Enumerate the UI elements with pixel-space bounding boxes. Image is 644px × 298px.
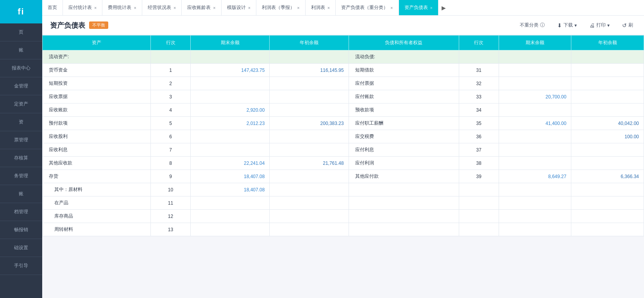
liability-end-balance[interactable]: 20,700.00: [499, 90, 571, 103]
tab-balance-sheet[interactable]: 资产负债表 ×: [399, 0, 438, 16]
tab-balance-reclassify[interactable]: 资产负债表（重分类） ×: [336, 0, 399, 16]
sidebar-item-ledger[interactable]: 账: [0, 185, 42, 203]
section-empty: [459, 50, 499, 64]
liability-row-num: [459, 223, 499, 236]
asset-end-balance: [191, 90, 270, 103]
asset-row-num: 11: [150, 196, 190, 210]
asset-row-num: 5: [150, 117, 190, 130]
liability-row-num: 37: [459, 143, 499, 157]
print-btn[interactable]: 🖨 打印 ▾: [586, 20, 613, 30]
sidebar-item-account[interactable]: 账: [0, 41, 42, 59]
tab-close-icon[interactable]: ×: [94, 5, 97, 10]
tab-income-quarterly[interactable]: 利润表（季报） ×: [256, 0, 305, 16]
liability-row-num: 39: [459, 170, 499, 183]
tab-close-icon[interactable]: ×: [327, 5, 330, 10]
asset-end-balance[interactable]: 2,920.00: [191, 103, 270, 117]
asset-end-balance[interactable]: 2,012.23: [191, 117, 270, 130]
tab-home[interactable]: 首页: [42, 0, 63, 16]
no-reclassify-btn[interactable]: 不重分类 ⓘ: [517, 20, 548, 30]
tab-label: 利润表: [311, 4, 325, 11]
asset-year-start: [270, 143, 349, 157]
table-row: 短期投资 2 应付票据 32: [43, 77, 644, 90]
sidebar-item-affairs-mgmt[interactable]: 务管理: [0, 167, 42, 185]
sidebar-item-guide[interactable]: 手引导: [0, 257, 42, 275]
liability-name: 预收款项: [349, 103, 459, 117]
table-row: 预付款项 5 2,012.23 200,383.23 应付职工薪酬 35 41,…: [43, 117, 644, 130]
tab-label: 资产负债表: [404, 4, 428, 11]
sidebar-item-archive[interactable]: 档管理: [0, 203, 42, 221]
liability-name: [349, 183, 459, 196]
tab-operations[interactable]: 经营状况表 ×: [142, 0, 182, 16]
table-row: 应收账款 4 2,920.00 预收款项 34: [43, 103, 644, 117]
liability-name: 短期借款: [349, 64, 459, 77]
section-empty: [499, 50, 571, 64]
tab-close-icon[interactable]: ×: [430, 5, 433, 10]
chevron-down-icon: ▾: [607, 23, 610, 28]
tab-template-design[interactable]: 模版设计 ×: [222, 0, 256, 16]
sidebar-item-report-center[interactable]: 报表中心: [0, 59, 42, 77]
tab-label: 费用统计表: [108, 4, 131, 11]
asset-name: 应收账款: [43, 103, 151, 117]
sidebar-item-ticket-mgmt[interactable]: 票管理: [0, 131, 42, 149]
asset-row-num: 2: [150, 77, 190, 90]
tab-income[interactable]: 利润表 ×: [306, 0, 336, 16]
download-btn[interactable]: ⬇ 下载 ▾: [554, 20, 580, 30]
refresh-btn[interactable]: ↺ 刷: [619, 20, 636, 30]
unbalanced-badge: 不平衡: [89, 21, 108, 29]
table-row: 其他应收款 8 22,241.04 21,761.48 应付利润 38: [43, 157, 644, 170]
asset-end-balance[interactable]: 18,407.08: [191, 183, 270, 196]
asset-end-balance: [191, 196, 270, 210]
sidebar-item-basic-settings[interactable]: 础设置: [0, 239, 42, 257]
sidebar-item-inventory[interactable]: 存核算: [0, 149, 42, 167]
liability-row-num: 32: [459, 77, 499, 90]
tab-expense-stats[interactable]: 费用统计表 ×: [102, 0, 142, 16]
liability-end-balance[interactable]: 8,649.27: [499, 170, 571, 183]
asset-end-balance: [191, 143, 270, 157]
asset-end-balance[interactable]: 22,241.04: [191, 157, 270, 170]
tab-label: 资产负债表（重分类）: [341, 4, 388, 11]
sidebar-item-expense[interactable]: 畅报销: [0, 221, 42, 239]
liability-end-balance: [499, 64, 571, 77]
tab-bar: 首页 应付统计表 × 费用统计表 × 经营状况表 × 应收账龄表 × 模版设计 …: [42, 0, 644, 16]
sidebar: fi 页 账 报表中心 金管理 定资产 资 票管理 存核算 务管理 账 档管理 …: [0, 0, 42, 298]
sidebar-item-home[interactable]: 页: [0, 23, 42, 41]
section-empty: [270, 50, 349, 64]
asset-year-start: [270, 210, 349, 223]
tab-arrow-right[interactable]: ▶: [438, 5, 449, 11]
tab-ar-aging[interactable]: 应收账龄表 ×: [182, 0, 221, 16]
asset-row-num: 7: [150, 143, 190, 157]
liability-row-num: 38: [459, 157, 499, 170]
asset-name: 预付款项: [43, 117, 151, 130]
sidebar-item-asset[interactable]: 资: [0, 113, 42, 131]
liability-row-num: [459, 210, 499, 223]
table-container: 资产 行次 期末余额 年初余额 负债和所有者权益 行次 期末余额 年初余额 流动…: [42, 35, 644, 298]
refresh-icon: ↺: [622, 22, 627, 29]
asset-end-balance[interactable]: 147,423.75: [191, 64, 270, 77]
tab-accounts-payable[interactable]: 应付统计表 ×: [63, 0, 102, 16]
asset-year-start: [270, 196, 349, 210]
liability-end-balance: [499, 183, 571, 196]
liability-year-start: [571, 103, 644, 117]
tab-close-icon[interactable]: ×: [390, 5, 393, 10]
tab-close-icon[interactable]: ×: [174, 5, 176, 10]
liability-end-balance: [499, 130, 571, 143]
tab-close-icon[interactable]: ×: [213, 5, 215, 10]
asset-row-num: 9: [150, 170, 190, 183]
asset-name: 货币资金: [43, 64, 151, 77]
liability-end-balance[interactable]: 41,400.00: [499, 117, 571, 130]
tab-close-icon[interactable]: ×: [248, 5, 250, 10]
col-liabilities-equity: 负债和所有者权益: [349, 36, 459, 50]
asset-name: 在产品: [43, 196, 151, 210]
sidebar-item-fixed-assets[interactable]: 定资产: [0, 95, 42, 113]
asset-end-balance[interactable]: 18,407.08: [191, 170, 270, 183]
liability-row-num: 36: [459, 130, 499, 143]
liability-end-balance: [499, 77, 571, 90]
section-empty: [571, 50, 644, 64]
tab-close-icon[interactable]: ×: [297, 5, 299, 10]
tab-close-icon[interactable]: ×: [134, 5, 136, 10]
asset-name: 应收票据: [43, 90, 151, 103]
sidebar-item-fund-mgmt[interactable]: 金管理: [0, 77, 42, 95]
liability-year-start: 6,366.34: [571, 170, 644, 183]
liability-name: 应付利润: [349, 157, 459, 170]
asset-name: 存货: [43, 170, 151, 183]
